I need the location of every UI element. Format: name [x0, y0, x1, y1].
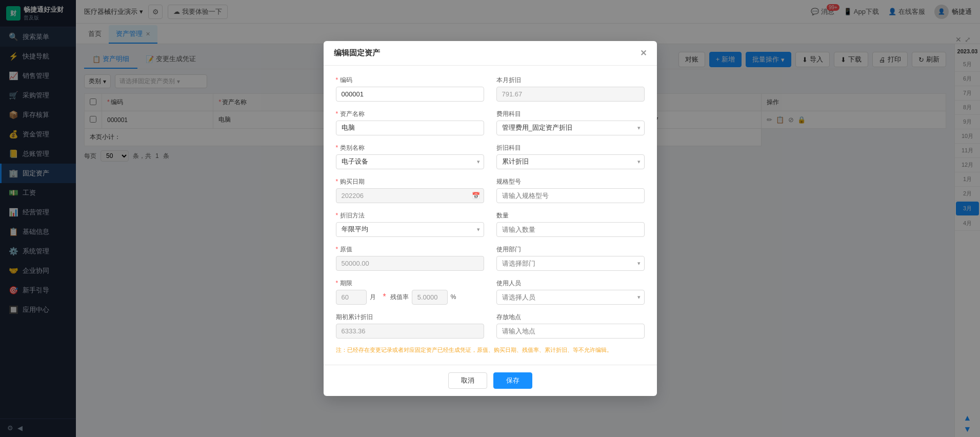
quantity-label: 数量	[496, 211, 645, 220]
original-value-input[interactable]	[336, 256, 484, 271]
form-item-original-value: * 原值	[336, 245, 484, 271]
form-item-quantity: 数量	[496, 211, 645, 237]
form-item-purchase-date: * 购买日期 📅	[336, 177, 484, 203]
cancel-button[interactable]: 取消	[448, 372, 487, 389]
category-select-wrap: ▾	[336, 154, 484, 169]
spec-input[interactable]	[496, 188, 645, 203]
asset-name-input[interactable]	[336, 121, 484, 135]
period-unit: 月	[370, 293, 376, 302]
storage-location-input[interactable]	[496, 324, 645, 339]
form-item-expense-subject: 费用科目 ▾	[496, 110, 645, 135]
use-person-input[interactable]	[496, 290, 645, 305]
form-item-use-department: 使用部门 ▾	[496, 245, 645, 271]
use-person-select-wrap: ▾	[496, 290, 645, 305]
calendar-icon[interactable]: 📅	[472, 192, 480, 200]
form-item-storage-location: 存放地点	[496, 313, 645, 339]
category-label: * 类别名称	[336, 144, 484, 152]
purchase-date-wrap: 📅	[336, 188, 484, 203]
depreciation-method-input[interactable]	[336, 222, 484, 237]
form-item-category: * 类别名称 ▾	[336, 144, 484, 169]
depreciation-subject-label: 折旧科目	[496, 144, 645, 152]
initial-accumulated-depreciation-input[interactable]	[336, 324, 484, 339]
form-item-depreciation-method: * 折旧方法 ▾	[336, 211, 484, 237]
code-label: * 编码	[336, 76, 484, 85]
residual-rate-label-inline: 残值率	[390, 293, 409, 302]
expense-subject-label: 费用科目	[496, 110, 645, 118]
storage-location-label: 存放地点	[496, 313, 645, 322]
form-item-spec: 规格型号	[496, 177, 645, 203]
depreciation-method-select-wrap: ▾	[336, 222, 484, 237]
depreciation-subject-select-wrap: ▾	[496, 154, 645, 169]
edit-asset-modal: 编辑固定资产 ✕ * 编码 本月折旧	[324, 41, 657, 396]
modal-footer: 取消 保存	[324, 365, 657, 396]
modal-title: 编辑固定资产	[334, 48, 380, 58]
form-grid: * 编码 本月折旧 * 资产名称	[336, 76, 645, 339]
expense-subject-select-wrap: ▾	[496, 121, 645, 135]
form-item-use-person: 使用人员 ▾	[496, 279, 645, 305]
residual-rate-pct: %	[451, 293, 456, 301]
purchase-date-input[interactable]	[336, 188, 484, 203]
use-person-label: 使用人员	[496, 279, 645, 288]
use-department-label: 使用部门	[496, 245, 645, 254]
code-input[interactable]	[336, 87, 484, 102]
initial-accumulated-depreciation-label: 期初累计折旧	[336, 313, 484, 322]
original-value-label: * 原值	[336, 245, 484, 254]
form-item-initial-accumulated-depreciation: 期初累计折旧	[336, 313, 484, 339]
use-department-input[interactable]	[496, 256, 645, 271]
depreciation-method-label: * 折旧方法	[336, 211, 484, 220]
period-row: 月 * 残值率 %	[336, 290, 484, 305]
form-item-period: * 期限 月 * 残值率 %	[336, 279, 484, 305]
category-input[interactable]	[336, 154, 484, 169]
modal-header: 编辑固定资产 ✕	[324, 41, 657, 66]
quantity-input[interactable]	[496, 222, 645, 237]
form-item-code: * 编码	[336, 76, 484, 102]
current-month-depreciation-label: 本月折旧	[496, 76, 645, 85]
form-item-asset-name: * 资产名称	[336, 110, 484, 135]
period-label: * 期限	[336, 279, 484, 288]
form-item-depreciation-subject: 折旧科目 ▾	[496, 144, 645, 169]
current-month-depreciation-input	[496, 87, 645, 102]
use-department-select-wrap: ▾	[496, 256, 645, 271]
residual-rate-input[interactable]	[412, 290, 448, 305]
modal-body: * 编码 本月折旧 * 资产名称	[324, 66, 657, 365]
save-button[interactable]: 保存	[493, 372, 532, 389]
form-note: 注：已经存在变更记录或者对应固定资产已经生成凭证，原值、购买日期、残值率、累计折…	[336, 346, 645, 355]
form-item-current-month-depreciation: 本月折旧	[496, 76, 645, 102]
depreciation-subject-input[interactable]	[496, 154, 645, 169]
asset-name-label: * 资产名称	[336, 110, 484, 118]
period-input[interactable]	[336, 290, 367, 305]
expense-subject-input[interactable]	[496, 121, 645, 135]
purchase-date-label: * 购买日期	[336, 177, 484, 186]
modal-close-button[interactable]: ✕	[640, 48, 647, 58]
modal-overlay: 编辑固定资产 ✕ * 编码 本月折旧	[0, 0, 980, 437]
spec-label: 规格型号	[496, 177, 645, 186]
